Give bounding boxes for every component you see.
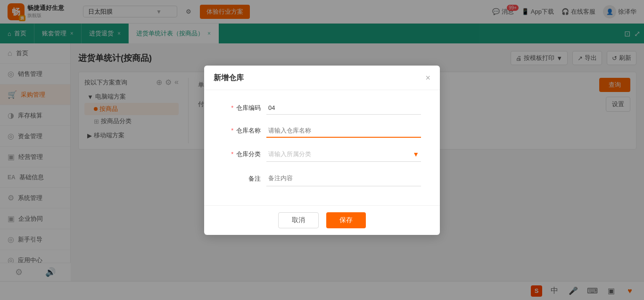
warehouse-code-input[interactable] [266, 101, 421, 115]
form-category-label: * 仓库分类 [223, 150, 261, 158]
dialog-header: 新增仓库 × [204, 66, 440, 90]
form-remark-label: 备注 [223, 175, 261, 183]
form-row-code: * 仓库编码 [223, 101, 421, 115]
form-row-remark: 备注 [223, 171, 421, 186]
warehouse-name-input[interactable] [266, 124, 421, 138]
modal-overlay: 新增仓库 × * 仓库编码 * 仓库名称 [0, 0, 644, 300]
required-star-name: * [231, 127, 233, 134]
form-row-category: * 仓库分类 请输入所属分类 ▼ [223, 147, 421, 162]
dialog-close-button[interactable]: × [425, 74, 430, 82]
cancel-button[interactable]: 取消 [278, 212, 319, 228]
new-warehouse-dialog: 新增仓库 × * 仓库编码 * 仓库名称 [204, 66, 440, 235]
dialog-body: * 仓库编码 * 仓库名称 * 仓库分类 请输入所属 [204, 90, 440, 205]
form-name-label: * 仓库名称 [223, 126, 261, 135]
category-dropdown-icon: ▼ [413, 150, 419, 158]
form-row-name: * 仓库名称 [223, 124, 421, 138]
category-select[interactable]: 请输入所属分类 ▼ [266, 147, 421, 162]
dialog-title: 新增仓库 [214, 73, 244, 83]
remark-input[interactable] [266, 171, 421, 186]
save-button[interactable]: 保存 [326, 212, 366, 228]
category-placeholder: 请输入所属分类 [268, 150, 413, 158]
dialog-footer: 取消 保存 [204, 205, 440, 235]
required-star-code: * [231, 104, 233, 111]
required-star-category: * [231, 150, 233, 158]
form-code-label: * 仓库编码 [223, 104, 261, 112]
